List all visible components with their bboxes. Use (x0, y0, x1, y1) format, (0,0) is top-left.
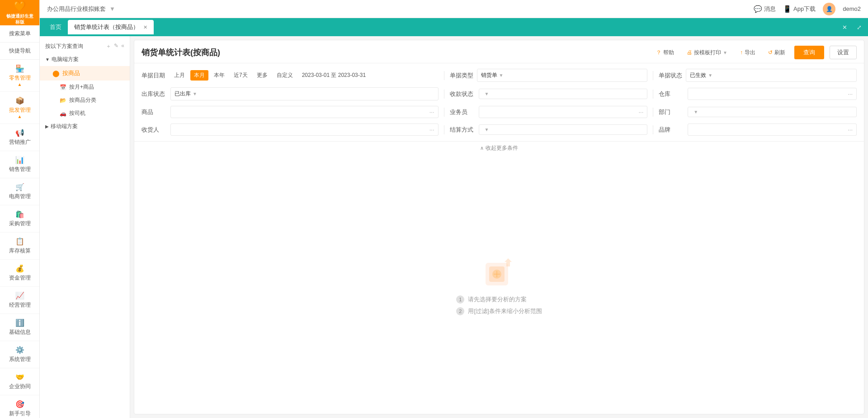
sidebar-quick[interactable]: 快捷导航 (0, 43, 39, 60)
date-tab-this-month[interactable]: 本月 (190, 70, 208, 81)
query-button[interactable]: 查询 (794, 46, 824, 59)
tree-item-by-product[interactable]: ⬤ 按商品 (40, 66, 130, 81)
tree-item-by-month-product[interactable]: 📅 按月+商品 (40, 81, 130, 94)
workspace-dropdown-icon[interactable]: ▼ (109, 5, 115, 12)
receiver-label: 收货人 (142, 126, 167, 134)
date-label: 单据日期 (142, 71, 167, 80)
date-tab-last-month[interactable]: 上月 (170, 70, 189, 81)
user-avatar[interactable]: 👤 (823, 3, 835, 15)
settlement-label: 结算方式 (450, 126, 475, 134)
sidebar-item-finance[interactable]: 💰 资金管理 (0, 260, 39, 287)
user-name[interactable]: demo2 (843, 5, 861, 12)
message-btn[interactable]: 💬 消息 (754, 5, 776, 13)
tree-group-pc: ▼ 电脑端方案 ⬤ 按商品 📅 按月+商品 📂 按商品分类 🚗 按司机 (40, 53, 130, 120)
date-tab-more[interactable]: 更多 (253, 70, 271, 81)
divider-2 (653, 71, 653, 80)
sidebar-item-retail[interactable]: 🏪 零售管理 ▲ (0, 60, 39, 92)
edit-scheme-btn[interactable]: ✎ (114, 43, 118, 50)
product-dots[interactable]: ··· (429, 109, 434, 115)
receiver-dots[interactable]: ··· (429, 126, 434, 133)
doc-status-label: 单据状态 (659, 71, 682, 80)
guide-icon: 🎯 (15, 400, 24, 408)
purchase-icon: 🛍️ (15, 210, 24, 218)
export-icon: ↑ (740, 49, 743, 56)
sidebar-item-system[interactable]: ⚙️ 系统管理 (0, 341, 39, 368)
app-download-btn[interactable]: 📱 App下载 (783, 5, 816, 13)
department-dropdown[interactable]: ▼ (688, 107, 857, 117)
tab-close-all-btn[interactable]: ✕ (839, 22, 850, 33)
sidebar-item-ecommerce[interactable]: 🛒 电商管理 (0, 178, 39, 205)
add-scheme-btn[interactable]: ＋ (106, 43, 111, 50)
sidebar-search[interactable]: 搜索菜单 (0, 25, 39, 43)
export-label: 导出 (745, 49, 755, 57)
collapse-label: 收起更多条件 (486, 144, 518, 152)
settings-button[interactable]: 设置 (830, 46, 857, 59)
collapse-more-btn[interactable]: ∧ 收起更多条件 (134, 141, 864, 155)
storage-dots[interactable]: ··· (848, 90, 853, 97)
tab-expand-btn[interactable]: ⤢ (854, 22, 864, 33)
date-tab-custom[interactable]: 自定义 (273, 70, 297, 81)
template-print-label: 按模板打印 (694, 49, 721, 57)
download-icon: 📱 (783, 5, 792, 13)
filter-settlement: 结算方式 ▼ (450, 124, 648, 135)
empty-hint-1: 1 请先选择要分析的方案 (456, 295, 527, 304)
sidebar-item-cooperation-label: 企业协同 (9, 383, 31, 390)
tree-item-by-cashier[interactable]: 🚗 按司机 (40, 107, 130, 120)
sidebar-item-marketing[interactable]: 📢 营销推广 (0, 124, 39, 151)
sidebar-item-cooperation[interactable]: 🤝 企业协同 (0, 368, 39, 395)
hint-num-2: 2 (456, 307, 464, 315)
help-btn[interactable]: ？ 帮助 (652, 47, 678, 58)
warehouse-value: 已出库 (175, 90, 191, 98)
print-arrow-icon: ▼ (723, 50, 727, 55)
warehouse-dropdown[interactable]: 已出库 ▼ (170, 87, 439, 100)
sidebar-item-wholesale[interactable]: 📦 批发管理 ▲ (0, 92, 39, 124)
sidebar-item-guide[interactable]: 🎯 新手引导 (0, 395, 39, 418)
finance-icon: 💰 (15, 264, 24, 273)
settlement-dropdown[interactable]: ▼ (479, 124, 648, 135)
sidebar-item-operations[interactable]: 📈 经营管理 (0, 287, 39, 314)
filter-brand: 品牌 ··· (659, 124, 857, 136)
collapse-panel-btn[interactable]: « (121, 43, 124, 50)
payment-dropdown[interactable]: ▼ (479, 89, 648, 99)
date-tab-this-year[interactable]: 本年 (210, 70, 228, 81)
ecommerce-icon: 🛒 (15, 183, 24, 191)
refresh-label: 刷新 (774, 49, 785, 57)
tree-group-mobile-label[interactable]: ▶ 移动端方案 (40, 120, 130, 133)
date-tab-7days[interactable]: 近7天 (230, 70, 251, 81)
left-panel-title: 按以下方案查询 (45, 43, 83, 50)
marketing-icon: 📢 (15, 128, 24, 137)
template-print-btn[interactable]: 🖨 按模板打印 ▼ (683, 47, 731, 58)
tab-bar-actions: ✕ ⤢ (839, 22, 864, 33)
warehouse-dropdown-icon: ▼ (193, 91, 197, 96)
sidebar-item-inventory[interactable]: 📋 库存核算 (0, 233, 39, 260)
sidebar-item-sales[interactable]: 📊 销售管理 (0, 151, 39, 178)
sidebar-item-purchase-label: 采购管理 (9, 220, 31, 228)
tab-close-icon[interactable]: ✕ (143, 24, 147, 30)
app-logo: 🧡 畅捷通好生意 标版 (0, 0, 40, 25)
tree-item-by-category[interactable]: 📂 按商品分类 (40, 94, 130, 107)
filter-row-1: 单据日期 上月 本月 本年 近7天 更多 自定义 2023-03-01 至 20… (142, 69, 857, 82)
brand-dots[interactable]: ··· (848, 126, 853, 133)
filter-payment: 收款状态 ▼ (450, 89, 648, 99)
doc-type-dropdown[interactable]: 销货单 ▼ (477, 69, 648, 82)
sidebar-item-basic[interactable]: ℹ️ 基础信息 (0, 314, 39, 341)
doc-status-dropdown[interactable]: 已生效 ▼ (686, 69, 857, 82)
export-btn[interactable]: ↑ 导出 (736, 47, 759, 58)
help-icon: ？ (656, 49, 661, 57)
app-name: 畅捷通好生意 (6, 13, 33, 19)
logo-icon: 🧡 (14, 0, 26, 12)
tab-home[interactable]: 首页 (43, 20, 68, 34)
divider-3 (444, 90, 444, 99)
tree-mobile-arrow: ▶ (45, 124, 49, 129)
doc-type-value: 销货单 (481, 71, 497, 79)
tab-report[interactable]: 销货单统计表（按商品） ✕ (68, 20, 154, 34)
tab-home-label: 首页 (50, 23, 61, 31)
tree-group-pc-label[interactable]: ▼ 电脑端方案 (40, 53, 130, 66)
refresh-btn[interactable]: ↺ 刷新 (764, 47, 789, 58)
empty-hint-2: 2 用[过滤]条件来缩小分析范围 (456, 307, 542, 315)
salesperson-dots[interactable]: ··· (638, 109, 643, 115)
doc-type-dropdown-icon: ▼ (499, 73, 504, 78)
tree-group-mobile: ▶ 移动端方案 (40, 120, 130, 133)
top-header-right: 💬 消息 📱 App下载 👤 demo2 (754, 3, 861, 15)
sidebar-item-purchase[interactable]: 🛍️ 采购管理 (0, 205, 39, 233)
